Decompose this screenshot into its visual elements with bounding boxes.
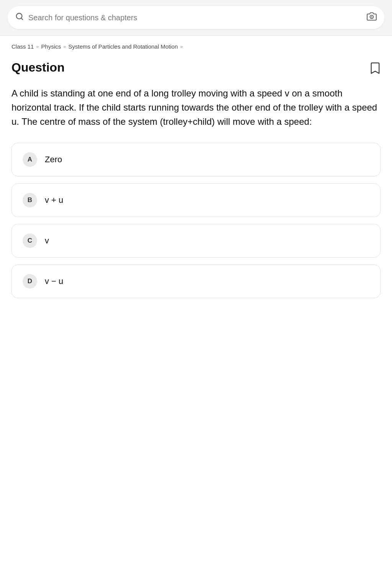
breadcrumb-sep-1: » — [36, 44, 39, 49]
search-bar — [8, 6, 384, 29]
option-a[interactable]: A Zero — [11, 143, 381, 176]
breadcrumb-subject[interactable]: Physics — [41, 43, 61, 50]
breadcrumb-sep-3: » — [180, 44, 183, 49]
breadcrumb-sep-2: » — [63, 44, 66, 49]
option-b-badge: B — [23, 193, 37, 207]
question-title: Question — [11, 60, 65, 75]
option-b[interactable]: B v + u — [11, 183, 381, 217]
breadcrumb-chapter[interactable]: Systems of Particles and Rotational Moti… — [69, 43, 178, 50]
option-d-badge: D — [23, 274, 37, 289]
search-input[interactable] — [28, 13, 362, 22]
option-b-text: v + u — [45, 195, 63, 205]
svg-point-3 — [371, 16, 372, 17]
option-a-text: Zero — [45, 155, 62, 165]
camera-icon[interactable] — [367, 11, 377, 24]
question-text: A child is standing at one end of a long… — [11, 86, 381, 129]
option-c-text: v — [45, 236, 49, 246]
breadcrumb: Class 11 » Physics » Systems of Particle… — [0, 36, 392, 53]
option-c[interactable]: C v — [11, 224, 381, 258]
search-bar-container — [0, 0, 392, 36]
option-c-badge: C — [23, 233, 37, 248]
bookmark-icon[interactable] — [370, 62, 381, 77]
main-content: Question A child is standing at one end … — [0, 53, 392, 313]
option-d[interactable]: D v − u — [11, 264, 381, 298]
option-a-badge: A — [23, 152, 37, 167]
options-list: A Zero B v + u C v D v − u — [11, 143, 381, 298]
option-d-text: v − u — [45, 276, 63, 286]
breadcrumb-class[interactable]: Class 11 — [11, 43, 34, 50]
svg-line-1 — [21, 18, 23, 20]
question-header: Question — [11, 60, 381, 77]
search-icon — [15, 12, 24, 23]
